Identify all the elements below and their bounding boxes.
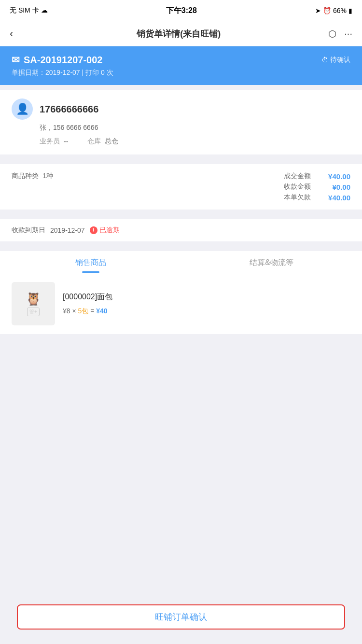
received-label: 收款金额 [277,182,311,191]
warehouse-label: 仓库 [87,137,101,146]
overdue-badge: ! 已逾期 [90,226,120,235]
sim-label: 无 SIM 卡 ☁ [10,6,48,15]
more-icon[interactable]: ··· [344,28,352,39]
owl-icon: 🦉 [26,292,41,307]
overdue-text: 已逾期 [99,226,120,235]
price-base: ¥8 × [63,307,78,315]
nav-bar: ‹ 销货单详情(来自旺铺) ⬡ ··· [0,21,362,46]
battery-icon: ▮ [348,7,352,14]
due-value: ¥40.00 [317,194,350,202]
share-icon[interactable]: ⬡ [328,28,336,40]
amount-left: 商品种类 1种 [12,172,277,181]
transaction-row: 成交金额 ¥40.00 [277,172,350,181]
order-date: 单据日期：2019-12-07 | 打印 0 次 [12,69,350,77]
product-info: [0000002]面包 ¥8 × 5包 = ¥40 [63,292,350,316]
tab-settlement[interactable]: 结算&物流等 [181,251,362,273]
alarm-icon: ⏰ [323,7,331,14]
amount-right: 成交金额 ¥40.00 收款金额 ¥0.00 本单欠款 ¥40.00 [277,172,350,202]
product-price: ¥8 × 5包 = ¥40 [63,307,350,316]
customer-name: 张，156 6666 6666 [40,124,350,132]
order-header: ✉ SA-20191207-002 ⏱ 待确认 单据日期：2019-12-07 … [0,46,362,85]
divider-3 [0,214,362,219]
confirm-button-wrap: 旺铺订单确认 [17,604,345,630]
status-left: 无 SIM 卡 ☁ [10,6,48,15]
due-date-label: 收款到期日 [12,226,45,235]
received-value: ¥0.00 [317,183,350,191]
product-types: 商品种类 1种 [12,172,53,181]
brand-tag: 管+ [27,308,40,316]
due-row: 本单欠款 ¥40.00 [277,193,350,202]
product-qty: 5包 [78,307,89,315]
received-row: 收款金额 ¥0.00 [277,182,350,191]
due-label: 本单欠款 [277,193,311,202]
product-types-label: 商品种类 [12,172,39,181]
warehouse-value: 总仓 [105,137,118,146]
salesperson-value: -- [64,138,68,145]
status-right: ➤ ⏰ 66% ▮ [315,7,352,14]
product-types-value: 1种 [42,172,53,181]
due-section: 收款到期日 2019-12-07 ! 已逾期 [0,219,362,241]
customer-section: 👤 17666666666 张，156 6666 6666 业务员 -- 仓库 … [0,90,362,154]
nav-actions: ⬡ ··· [328,28,352,40]
product-item: 🦉 管+ [0000002]面包 ¥8 × 5包 = ¥40 [0,273,362,334]
tabs-row: 销售商品 结算&物流等 [0,251,362,273]
location-icon: ➤ [315,7,321,14]
page-title: 销货单详情(来自旺铺) [137,28,221,40]
warehouse-item: 仓库 总仓 [87,137,118,146]
divider-2 [0,159,362,164]
amount-section: 商品种类 1种 成交金额 ¥40.00 收款金额 ¥0.00 本单欠款 ¥40.… [0,164,362,210]
overdue-icon: ! [90,226,97,234]
person-icon: 👤 [16,103,29,115]
email-icon: ✉ [12,54,20,66]
avatar: 👤 [12,98,33,120]
transaction-value: ¥40.00 [317,172,350,181]
customer-phone: 17666666666 [40,104,98,115]
due-date-value: 2019-12-07 [50,226,85,234]
bottom-area [0,334,362,469]
transaction-label: 成交金额 [277,172,311,181]
battery-label: 66% [333,7,347,14]
clock-icon: ⏱ [321,56,328,64]
equals-sign: = [88,307,96,315]
status-time: 下午3:28 [166,6,197,16]
confirm-order-button[interactable]: 旺铺订单确认 [17,604,345,630]
divider-1 [0,85,362,90]
order-status: ⏱ 待确认 [321,56,350,64]
tabs-section: 销售商品 结算&物流等 🦉 管+ [0000002]面包 ¥8 × 5包 = ¥… [0,251,362,334]
salesperson-label: 业务员 [40,137,60,146]
order-id: ✉ SA-20191207-002 [12,54,102,66]
back-button[interactable]: ‹ [10,28,29,40]
product-thumbnail: 🦉 管+ [12,282,55,325]
divider-4 [0,246,362,251]
salesperson-item: 业务员 -- [40,137,68,146]
customer-meta: 业务员 -- 仓库 总仓 [40,137,350,146]
product-name: [0000002]面包 [63,292,350,302]
status-bar: 无 SIM 卡 ☁ 下午3:28 ➤ ⏰ 66% ▮ [0,0,362,21]
tab-sales-products[interactable]: 销售商品 [0,251,181,273]
product-total: ¥40 [96,307,107,315]
